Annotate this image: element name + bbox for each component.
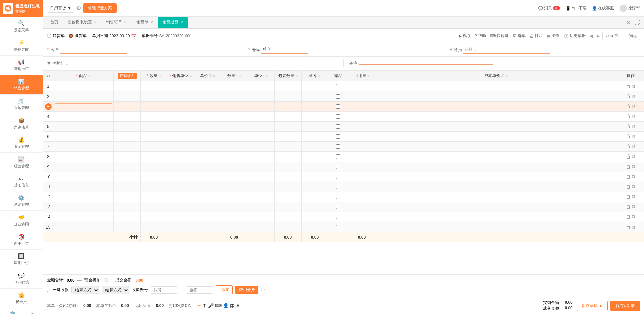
product-cell[interactable] [53, 112, 114, 122]
sidebar-item-inventory[interactable]: 📦 库存核算 [0, 114, 43, 133]
gift-checkbox[interactable] [336, 114, 340, 119]
unit2-cell[interactable] [248, 182, 275, 192]
qty2-cell[interactable] [221, 132, 248, 142]
delete-btn[interactable]: 🗑 [625, 213, 631, 220]
amount-cell[interactable] [302, 81, 328, 91]
col-gift[interactable]: 赠品 [328, 71, 348, 81]
qty-cell[interactable] [141, 81, 167, 91]
pack-cell[interactable] [275, 202, 302, 212]
unit2-cell[interactable] [248, 112, 275, 122]
close-window-icon[interactable]: ✕ [625, 18, 632, 27]
copy-btn[interactable]: ⧉ [631, 113, 636, 120]
col-cost[interactable]: 成本单价 ⓘ ⇅ [375, 71, 617, 81]
tab-home[interactable]: 首页 [46, 17, 63, 28]
copy-btn[interactable]: ⧉ [631, 183, 636, 190]
sidebar-item-member[interactable]: 👑 畅会员 [0, 289, 43, 308]
amount-cell[interactable] [302, 91, 328, 102]
amount-cell[interactable] [302, 162, 328, 172]
amount-cell[interactable] [302, 102, 328, 112]
sidebar-item-shortcut[interactable]: ⚡ 快捷导航 [0, 36, 43, 56]
sidebar-item-sales[interactable]: 📊 销售管理 [0, 75, 43, 95]
sidebar-item-marketing[interactable]: 📢 营销推广 [0, 56, 43, 75]
dropdown-arrow[interactable]: ▲ [599, 303, 603, 308]
sort-icon[interactable]: ⇅ [265, 74, 268, 78]
price-cell[interactable] [194, 142, 221, 152]
pack-cell[interactable] [275, 142, 302, 152]
qty-cell[interactable] [141, 172, 167, 182]
unit-cell[interactable] [167, 162, 194, 172]
pack-cell[interactable] [275, 132, 302, 142]
copy-btn[interactable]: ⧉ [631, 224, 636, 231]
qty-cell[interactable] [141, 222, 167, 232]
amount-cell[interactable] [302, 172, 328, 182]
unit-cell[interactable] [167, 152, 194, 162]
pack-cell[interactable] [275, 81, 302, 91]
help-btn[interactable]: ? 帮助 [475, 33, 486, 39]
unit-cell[interactable] [167, 222, 194, 232]
gift-checkbox[interactable] [336, 104, 340, 109]
scan-btn[interactable]: 扫码录入 [118, 73, 137, 79]
price-cell[interactable] [194, 132, 221, 142]
delete-btn[interactable]: 🗑 [625, 113, 631, 120]
copy-btn[interactable]: ⧉ [631, 123, 636, 130]
unit2-cell[interactable] [248, 172, 275, 182]
amount-cell[interactable] [302, 212, 328, 222]
price-cell[interactable] [194, 212, 221, 222]
add-btn[interactable]: + 添加 [216, 285, 233, 294]
unit2-cell[interactable] [248, 212, 275, 222]
col-unit2[interactable]: 单位2 ⇅ [248, 71, 275, 81]
qty2-cell[interactable] [221, 162, 248, 172]
pack-cell[interactable] [275, 192, 302, 202]
gift-cell[interactable] [328, 91, 348, 102]
gift-checkbox[interactable] [336, 154, 340, 159]
amount-cell[interactable] [302, 182, 328, 192]
fee-split-btn[interactable]: 费用分摊 [235, 286, 258, 294]
qty-cell[interactable] [141, 182, 167, 192]
account-input[interactable] [151, 286, 177, 294]
qty2-cell[interactable] [221, 112, 248, 122]
qty-cell[interactable] [141, 132, 167, 142]
gift-checkbox[interactable] [336, 195, 340, 199]
add-row-cell[interactable]: + [43, 102, 53, 112]
unit-cell[interactable] [167, 212, 194, 222]
sort-icon[interactable]: ⇅ [158, 74, 161, 78]
settlement-select[interactable]: 结算方式 [71, 286, 99, 294]
pack-cell[interactable] [275, 182, 302, 192]
qty2-cell[interactable] [221, 202, 248, 212]
calc-select[interactable]: 结算方式 [102, 286, 129, 294]
gift-checkbox[interactable] [336, 205, 340, 209]
qty2-cell[interactable] [221, 81, 248, 91]
gift-checkbox[interactable] [336, 175, 340, 179]
gift-cell[interactable] [328, 122, 348, 132]
unit2-cell[interactable] [248, 162, 275, 172]
copy-btn[interactable]: ⧉ [631, 163, 636, 170]
operation-btn[interactable]: ▤ 操作 [547, 33, 559, 39]
pack-cell[interactable] [275, 162, 302, 172]
unit2-cell[interactable] [248, 91, 275, 102]
gift-checkbox[interactable] [336, 144, 340, 149]
next-icon[interactable]: ▶ [597, 34, 600, 38]
col-available[interactable]: 可用量 ⇅ [348, 71, 375, 81]
col-pack[interactable]: 包装数量 ⇅ [275, 71, 302, 81]
product-cell[interactable] [53, 182, 114, 192]
radio-return-input[interactable] [69, 34, 73, 38]
sidebar-item-enterprise[interactable]: 🤝 企业协同 [0, 211, 43, 230]
history-btn[interactable]: 🕐 历史单据 [564, 33, 586, 39]
qty-cell[interactable] [141, 142, 167, 152]
one-click-pay-checkbox[interactable] [47, 288, 51, 292]
delete-btn[interactable]: 🗑 [625, 203, 631, 210]
sidebar-item-operation[interactable]: 📈 经营管理 [0, 153, 43, 172]
sort-icon[interactable]: ⇅ [505, 74, 508, 78]
amount-cell[interactable] [302, 202, 328, 212]
price-cell[interactable] [194, 222, 221, 232]
pack-cell[interactable] [275, 102, 302, 112]
product-cell[interactable] [53, 142, 114, 152]
tab-price-setting[interactable]: 售价提取设置 ✕ [63, 17, 101, 28]
collapse-icon[interactable]: ◀ [29, 311, 33, 314]
gift-checkbox[interactable] [336, 124, 340, 129]
product-cell[interactable] [53, 152, 114, 162]
delete-btn[interactable]: 🗑 [625, 224, 631, 230]
logistics-btn[interactable]: + 物流 [623, 32, 640, 40]
price-cell[interactable] [194, 81, 221, 91]
qty-cell[interactable] [141, 91, 167, 102]
